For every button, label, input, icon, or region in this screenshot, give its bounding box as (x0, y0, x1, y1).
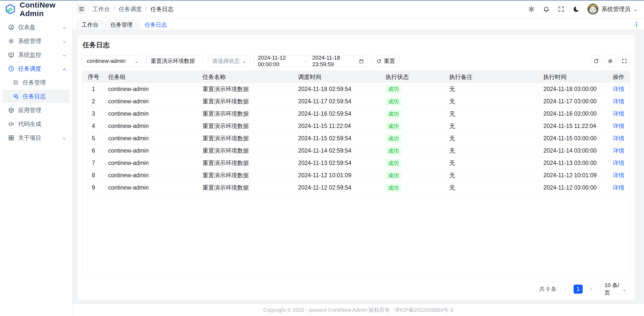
tab-task-management[interactable]: 任务管理 (105, 20, 138, 30)
table-row: 6 continew-admin 重置演示环境数据 2024-11-14 02:… (83, 145, 630, 157)
page-size-select[interactable]: 10 条/页 (600, 284, 630, 294)
breadcrumb-item[interactable]: 任务调度 (118, 5, 142, 13)
list-search-icon (13, 93, 19, 100)
date-start: 2024-11-12 00:00:00 (258, 55, 299, 68)
sidebar-item-code-generation[interactable]: 代码生成 (3, 117, 70, 130)
date-range-picker[interactable]: 2024-11-12 00:00:00 - 2024-11-18 23:59:5… (254, 56, 368, 67)
date-end: 2024-11-18 23:59:59 (312, 55, 354, 68)
sidebar-item-app-management[interactable]: 应用管理 (3, 104, 70, 117)
app-logo: ContiNew Admin (0, 0, 72, 18)
sidebar-collapse-button[interactable] (76, 4, 87, 14)
cell-remark: 无 (445, 145, 539, 157)
bell-icon[interactable] (543, 6, 550, 13)
task-group-select-value: continew-admin (87, 58, 126, 64)
table-row: 8 continew-admin 重置演示环境数据 2024-11-12 10:… (83, 169, 630, 182)
sidebar-item-task-scheduler[interactable]: 任务调度 (3, 62, 70, 75)
page-title: 任务日志 (83, 40, 630, 50)
cell-index: 8 (83, 169, 104, 182)
chevron-down-icon (62, 39, 67, 43)
cell-remark: 无 (445, 157, 539, 169)
apps-icon (8, 135, 14, 141)
table-row: 7 continew-admin 重置演示环境数据 2024-11-13 02:… (83, 157, 630, 169)
pagination-total: 共 9 条 (539, 285, 556, 293)
reset-button-label: 重置 (384, 57, 395, 65)
reset-button[interactable]: 重置 (372, 56, 400, 67)
cell-action: 详情 (608, 83, 630, 95)
chevron-left-icon (564, 287, 568, 291)
cell-index: 4 (83, 120, 104, 132)
sidebar: ContiNew Admin 仪表盘 系统管理 系统监控 (0, 0, 72, 316)
tab-task-log[interactable]: 任务日志 (139, 20, 172, 30)
topbar-actions: 系统管理员 (528, 4, 637, 15)
cell-exec-time: 2024-11-12 10:01:09 (539, 169, 608, 182)
filter-bar: continew-admin 请选择状态 2024-11-12 00:00:00… (83, 56, 630, 67)
sidebar-item-dashboard[interactable]: 仪表盘 (3, 21, 70, 34)
fullscreen-icon[interactable] (558, 6, 565, 13)
cell-schedule-time: 2024-11-15 02:59:54 (294, 132, 382, 145)
cell-status: 成功 (382, 169, 445, 182)
cell-task-name: 重置演示环境数据 (198, 120, 294, 132)
date-separator: - (305, 58, 307, 64)
detail-link[interactable]: 详情 (613, 160, 624, 166)
cell-index: 9 (83, 182, 104, 194)
cell-action: 详情 (608, 108, 630, 120)
detail-link[interactable]: 详情 (613, 86, 624, 92)
status-badge: 成功 (386, 147, 401, 155)
cell-index: 3 (83, 108, 104, 120)
sidebar-item-task-log[interactable]: 任务日志 (3, 90, 70, 103)
gear-icon (608, 58, 613, 64)
clock-icon (8, 66, 14, 72)
table-fullscreen-button[interactable] (619, 56, 630, 67)
chevron-down-icon (62, 25, 67, 29)
cell-task-group: continew-admin (104, 169, 198, 182)
tab-more-icon[interactable] (634, 22, 639, 27)
next-page-button[interactable] (586, 285, 595, 294)
cell-status: 成功 (382, 95, 445, 108)
breadcrumb-item[interactable]: 工作台 (93, 5, 110, 13)
logo-icon (5, 4, 16, 15)
detail-link[interactable]: 详情 (613, 184, 624, 191)
cell-exec-time: 2024-11-13 03:00:00 (539, 157, 608, 169)
detail-link[interactable]: 详情 (613, 135, 624, 142)
calendar-icon (359, 59, 364, 64)
cell-action: 详情 (608, 182, 630, 194)
chevron-down-icon (633, 7, 637, 11)
detail-link[interactable]: 详情 (613, 172, 624, 178)
tab-workbench[interactable]: 工作台 (76, 20, 104, 30)
sidebar-item-task-management[interactable]: 任务管理 (3, 76, 70, 89)
detail-link[interactable]: 详情 (613, 98, 624, 105)
sidebar-item-about-project[interactable]: 关于项目 (3, 131, 70, 144)
chevron-down-icon (242, 59, 246, 63)
detail-link[interactable]: 详情 (613, 110, 624, 117)
dark-mode-moon-icon[interactable] (573, 6, 579, 13)
detail-link[interactable]: 详情 (613, 123, 624, 129)
settings-icon[interactable] (528, 6, 535, 13)
chevron-down-icon (135, 59, 139, 63)
page-number-button[interactable]: 1 (574, 285, 583, 294)
column-settings-button[interactable] (605, 56, 616, 67)
table-row: 9 continew-admin 重置演示环境数据 2024-11-12 02:… (83, 182, 630, 194)
user-menu[interactable]: 系统管理员 (587, 4, 637, 15)
sidebar-item-system-management[interactable]: 系统管理 (3, 34, 70, 48)
detail-link[interactable]: 详情 (613, 147, 624, 154)
cell-action: 详情 (608, 132, 630, 145)
status-badge: 成功 (386, 122, 401, 130)
breadcrumb-separator: / (145, 6, 147, 13)
task-group-select[interactable]: continew-admin (83, 56, 142, 67)
table-row: 5 continew-admin 重置演示环境数据 2024-11-15 02:… (83, 132, 630, 145)
chevron-right-icon (589, 287, 593, 291)
cell-remark: 无 (445, 95, 539, 108)
task-name-input[interactable] (146, 56, 204, 67)
cell-index: 5 (83, 132, 104, 145)
cell-exec-time: 2024-11-15 03:00:00 (539, 132, 608, 145)
breadcrumb-separator: / (113, 6, 115, 13)
status-select[interactable]: 请选择状态 (208, 56, 250, 67)
cell-exec-time: 2024-11-16 03:00:00 (539, 108, 608, 120)
refresh-button[interactable] (591, 56, 602, 67)
window-top-edge (0, 0, 644, 1)
prev-page-button[interactable] (561, 285, 570, 294)
sidebar-item-system-monitor[interactable]: 系统监控 (3, 48, 70, 61)
cell-action: 详情 (608, 120, 630, 132)
table-row: 3 continew-admin 重置演示环境数据 2024-11-16 02:… (83, 108, 630, 120)
table-row: 1 continew-admin 重置演示环境数据 2024-11-18 02:… (83, 83, 630, 95)
